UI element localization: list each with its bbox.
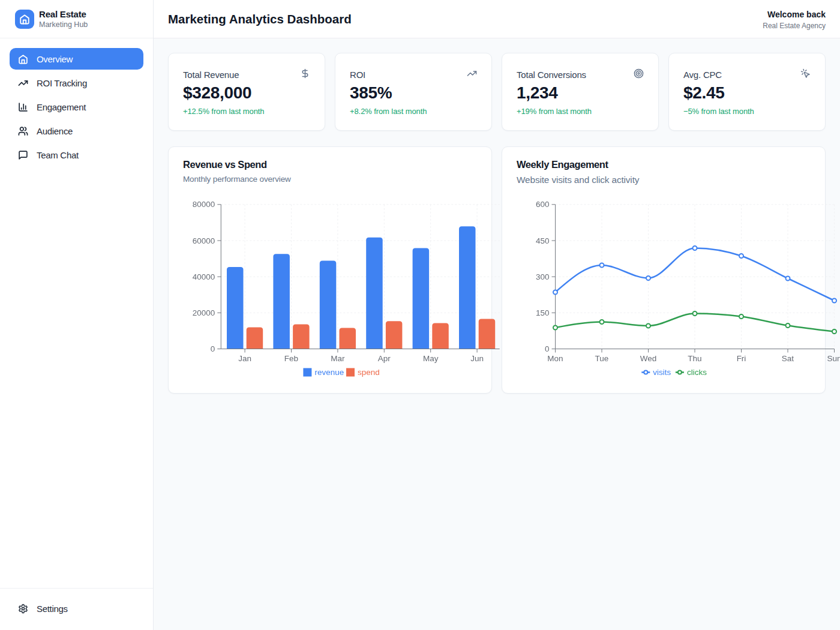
svg-text:revenue: revenue [314, 368, 344, 377]
svg-text:600: 600 [536, 200, 550, 209]
svg-text:Mon: Mon [547, 354, 563, 363]
svg-text:visits: visits [653, 368, 671, 377]
svg-text:Jun: Jun [470, 354, 484, 363]
svg-text:Fri: Fri [737, 354, 746, 363]
svg-text:Sat: Sat [782, 354, 794, 363]
svg-text:Wed: Wed [640, 354, 657, 363]
svg-text:spend: spend [358, 368, 380, 377]
svg-text:300: 300 [536, 272, 550, 281]
svg-text:Feb: Feb [284, 354, 298, 363]
svg-text:Mar: Mar [331, 354, 345, 363]
svg-text:Thu: Thu [688, 354, 701, 363]
svg-text:80000: 80000 [193, 200, 215, 209]
svg-text:Tue: Tue [595, 354, 609, 363]
svg-text:Jan: Jan [238, 354, 251, 363]
svg-text:May: May [423, 354, 439, 363]
svg-text:450: 450 [536, 236, 550, 245]
svg-text:150: 150 [536, 308, 550, 317]
svg-text:40000: 40000 [193, 272, 215, 281]
svg-text:Apr: Apr [378, 354, 391, 363]
svg-text:60000: 60000 [193, 236, 215, 245]
svg-text:0: 0 [545, 344, 550, 353]
svg-text:0: 0 [211, 344, 215, 353]
svg-text:clicks: clicks [687, 368, 707, 377]
svg-text:Sun: Sun [827, 354, 840, 363]
svg-text:20000: 20000 [193, 308, 215, 317]
